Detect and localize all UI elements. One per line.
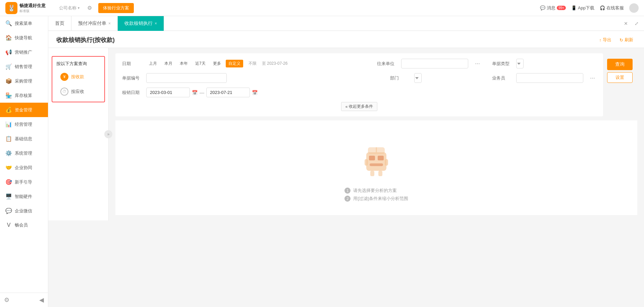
tab-close-all-icon[interactable]: ✕ bbox=[621, 19, 631, 28]
sidebar-label-inventory: 库存核算 bbox=[15, 93, 32, 99]
date-pill-7days[interactable]: 近7天 bbox=[193, 60, 208, 67]
dept-select[interactable] bbox=[414, 73, 422, 83]
sidebar-label-hardware: 智能硬件 bbox=[15, 194, 32, 200]
header-right: 💬 消息 99+ 📱 App下载 🎧 在线客服 bbox=[540, 3, 639, 13]
date-pill-more[interactable]: 更多 bbox=[210, 60, 224, 67]
writeoff-end-calendar-icon[interactable]: 📅 bbox=[252, 90, 258, 95]
dept-label: 部门 bbox=[390, 75, 409, 81]
query-area: 日期 上月 本月 本年 近7天 更多 自定义 不 bbox=[115, 53, 637, 120]
sidebar-item-cooperation[interactable]: 🤝 企业协同 bbox=[0, 160, 48, 175]
date-label: 日期 bbox=[122, 61, 141, 67]
counterparty-input[interactable] bbox=[401, 59, 468, 68]
message-icon: 💬 bbox=[540, 5, 545, 10]
sidebar-item-hardware[interactable]: 🖥️ 智能硬件 bbox=[0, 189, 48, 204]
date-pill-last-month[interactable]: 上月 bbox=[146, 60, 160, 67]
sidebar-item-purchase[interactable]: 📦 采购管理 bbox=[0, 74, 48, 88]
online-service-btn[interactable]: 🎧 在线客服 bbox=[600, 5, 624, 11]
refresh-button[interactable]: ↻ 刷新 bbox=[617, 36, 636, 44]
svg-rect-7 bbox=[378, 171, 382, 176]
sidebar-item-basic-info[interactable]: 📋 基础信息 bbox=[0, 132, 48, 146]
settings-icon[interactable]: ⚙ bbox=[85, 3, 94, 13]
sidebar-label-funds: 资金管理 bbox=[15, 107, 32, 113]
sidebar-item-wechat[interactable]: 💬 企业微信 bbox=[0, 204, 48, 218]
refresh-label: 刷新 bbox=[625, 37, 633, 43]
filter-by-receivable[interactable]: ⏱ 按应收 bbox=[52, 84, 104, 99]
purchase-icon: 📦 bbox=[5, 78, 12, 84]
query-row-2: 单据编号 部门 业务员 bbox=[122, 73, 596, 83]
sidebar-item-funds[interactable]: 💰 资金管理 bbox=[0, 103, 48, 117]
sidebar-item-inventory[interactable]: 🏪 库存核算 bbox=[0, 88, 48, 103]
operations-icon: 📊 bbox=[5, 121, 12, 127]
export-button[interactable]: ↑ 导出 bbox=[597, 36, 614, 44]
date-pill-custom[interactable]: 自定义 bbox=[226, 60, 243, 67]
empty-state: 1 请先选择要分析的方案 2 用[过滤]条件来缩小分析范围 bbox=[115, 120, 637, 215]
sidebar-label-operations: 经营管理 bbox=[15, 121, 32, 127]
query-button[interactable]: 查询 bbox=[607, 59, 633, 70]
settings-button[interactable]: 设置 bbox=[607, 72, 633, 83]
logo-area: 🐰 畅捷通好生意 标准版 bbox=[5, 2, 54, 14]
sidebar-item-guide[interactable]: 🎯 新手引导 bbox=[0, 175, 48, 189]
date-pill-this-month[interactable]: 本月 bbox=[162, 60, 175, 67]
industry-solution-button[interactable]: 体验行业方案 bbox=[98, 3, 134, 13]
receivable-icon: ⏱ bbox=[60, 88, 68, 96]
tab-collection[interactable]: 收款核销执行 × bbox=[118, 16, 164, 31]
tab-expand-icon[interactable]: ⤢ bbox=[632, 19, 641, 28]
tip-num-1: 1 bbox=[344, 188, 351, 194]
bill-type-select[interactable] bbox=[516, 59, 524, 68]
staff-input[interactable] bbox=[516, 73, 583, 83]
wechat-icon: 💬 bbox=[5, 208, 12, 214]
date-pill-this-year[interactable]: 本年 bbox=[177, 60, 191, 67]
filter-by-receipt[interactable]: ¥ 按收款 bbox=[52, 69, 104, 84]
counterparty-more-icon[interactable]: ··· bbox=[474, 60, 481, 67]
tab-actions: ✕ ⤢ bbox=[619, 19, 644, 28]
service-icon: 🎧 bbox=[600, 5, 605, 10]
sidebar-label-sales: 销售管理 bbox=[15, 64, 32, 70]
writeoff-end-input[interactable] bbox=[206, 88, 250, 97]
sidebar-item-sales[interactable]: 🛒 销售管理 bbox=[0, 59, 48, 74]
sidebar-label-purchase: 采购管理 bbox=[15, 78, 32, 84]
sales-icon: 🛒 bbox=[5, 63, 12, 70]
writeoff-start-input[interactable] bbox=[146, 88, 190, 97]
empty-illustration bbox=[356, 141, 396, 181]
collapse-arrow-icon: « bbox=[345, 104, 348, 109]
staff-label: 业务员 bbox=[492, 75, 511, 81]
message-btn[interactable]: 💬 消息 99+ bbox=[540, 5, 566, 11]
sidebar-label-member: 畅会员 bbox=[15, 222, 28, 228]
sidebar-item-quick-nav[interactable]: 🏠 快捷导航 bbox=[0, 31, 48, 45]
tab-home[interactable]: 首页 bbox=[48, 16, 71, 31]
bottom-gear-icon[interactable]: ⚙ bbox=[4, 296, 9, 304]
sidebar-item-search[interactable]: 🔍 搜索菜单 bbox=[0, 16, 48, 31]
svg-rect-5 bbox=[385, 159, 388, 166]
page-inner: 收款核销执行(按收款) ↑ 导出 ↻ 刷新 bbox=[48, 31, 644, 307]
cooperation-icon: 🤝 bbox=[5, 164, 12, 171]
query-btn-area: 查询 设置 bbox=[607, 53, 637, 120]
svg-rect-0 bbox=[366, 152, 386, 171]
staff-more-icon[interactable]: ··· bbox=[589, 74, 596, 82]
filter-panel-collapse-icon[interactable]: » bbox=[104, 130, 112, 138]
sidebar-item-operations[interactable]: 📊 经营管理 bbox=[0, 117, 48, 132]
sidebar-item-marketing[interactable]: 📢 营销推广 bbox=[0, 45, 48, 59]
app-download-btn[interactable]: 📱 App下载 bbox=[571, 5, 594, 11]
counterparty-label: 往来单位 bbox=[377, 61, 396, 67]
query-form: 日期 上月 本月 本年 近7天 更多 自定义 不 bbox=[115, 53, 603, 116]
writeoff-date-wrap: 📅 — 📅 bbox=[146, 88, 258, 97]
tab-collection-close-icon[interactable]: × bbox=[155, 21, 157, 26]
svg-rect-1 bbox=[369, 156, 375, 160]
sidebar-item-system[interactable]: ⚙️ 系统管理 bbox=[0, 146, 48, 160]
collapse-more-btn[interactable]: « 收起更多条件 bbox=[341, 102, 378, 111]
sidebar-collapse-icon[interactable]: ◀ bbox=[39, 296, 44, 304]
bill-no-input[interactable] bbox=[146, 73, 227, 83]
query-row-3: 核销日期 📅 — 📅 bbox=[122, 88, 596, 97]
avatar[interactable] bbox=[629, 3, 639, 13]
sidebar-label-basic-info: 基础信息 bbox=[15, 136, 32, 142]
sidebar-label-search: 搜索菜单 bbox=[15, 20, 32, 27]
bill-no-label: 单据编号 bbox=[122, 75, 141, 81]
sidebar: 🔍 搜索菜单 🏠 快捷导航 📢 营销推广 🛒 销售管理 📦 采购管理 🏪 库存核… bbox=[0, 16, 48, 307]
writeoff-start-calendar-icon[interactable]: 📅 bbox=[192, 90, 198, 95]
company-selector[interactable]: 公司名称 ▾ bbox=[56, 5, 82, 11]
sidebar-label-system: 系统管理 bbox=[15, 150, 32, 156]
tab-prepay-close-icon[interactable]: × bbox=[108, 21, 111, 26]
online-service-label: 在线客服 bbox=[606, 5, 624, 11]
sidebar-item-member[interactable]: V 畅会员 bbox=[0, 218, 48, 232]
tab-prepay[interactable]: 预付冲应付单 × bbox=[71, 16, 118, 31]
